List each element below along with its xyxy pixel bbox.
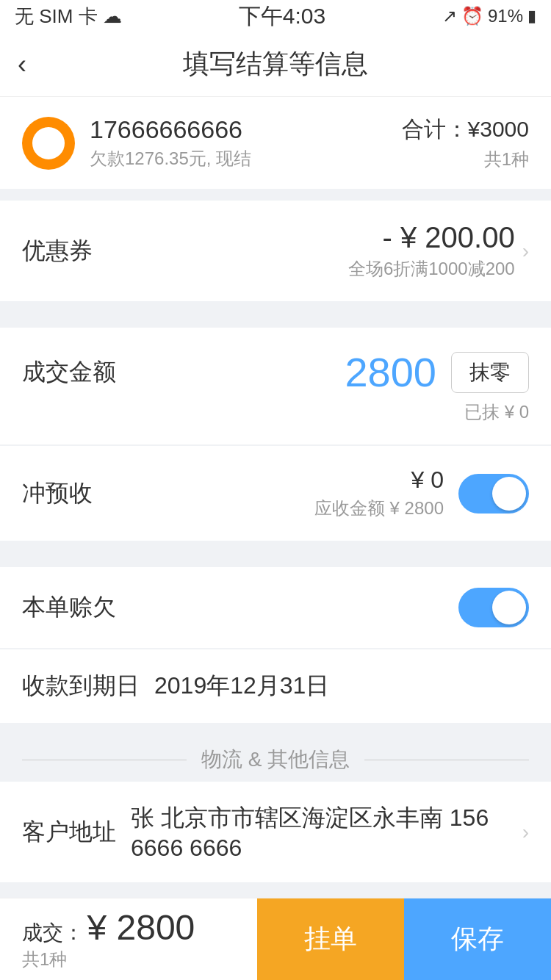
address-chevron-icon: › <box>522 821 529 844</box>
logistics-divider: 物流 & 其他信息 <box>0 738 551 782</box>
coupon-label: 优惠券 <box>22 235 93 267</box>
save-button-label: 保存 <box>451 921 504 957</box>
address-label: 客户地址 <box>22 816 116 849</box>
total-amount: ¥3000 <box>468 117 529 141</box>
logistics-line-right <box>364 760 529 760</box>
transaction-sub: 已抹 ¥ 0 <box>22 400 529 424</box>
customer-count: 共1种 <box>402 148 529 171</box>
avatar <box>22 117 75 170</box>
customer-total: 合计：¥3000 <box>402 115 529 145</box>
back-button[interactable]: ‹ <box>18 49 26 80</box>
address-value: 张 北京市市辖区海淀区永丰南 156 6666 6666 <box>131 802 522 862</box>
duedate-section: 收款到期日 2019年12月31日 <box>0 649 551 723</box>
customer-phone: 17666666666 <box>90 115 251 144</box>
save-button[interactable]: 保存 <box>404 898 551 981</box>
prepay-toggle[interactable] <box>458 474 529 514</box>
total-label: 合计： <box>402 117 468 141</box>
credit-toggle[interactable] <box>458 588 529 627</box>
credit-section: 本单赊欠 <box>0 567 551 648</box>
credit-toggle-circle <box>492 591 526 624</box>
section-divider-2 <box>0 541 551 555</box>
bottom-count: 共1种 <box>22 948 235 971</box>
bottom-summary-row: 成交： ¥ 2800 <box>22 907 235 948</box>
alarm-icon: ⏰ <box>461 6 483 26</box>
hang-button-label: 挂单 <box>304 921 357 957</box>
coupon-right: - ¥ 200.00 全场6折满1000减200 › <box>348 221 529 281</box>
location-icon: ↗ <box>442 6 457 26</box>
duedate-label: 收款到期日 <box>22 670 140 702</box>
credit-label: 本单赊欠 <box>22 591 116 624</box>
logistics-line: 物流 & 其他信息 <box>0 746 551 774</box>
status-right: ↗ ⏰ 91% ▮ <box>442 6 536 26</box>
customer-right: 合计：¥3000 共1种 <box>402 115 529 171</box>
duedate-value: 2019年12月31日 <box>154 670 329 702</box>
address-section[interactable]: 客户地址 张 北京市市辖区海淀区永丰南 156 6666 6666 › <box>0 782 551 882</box>
round-button[interactable]: 抹零 <box>451 352 529 393</box>
coupon-row[interactable]: 优惠券 - ¥ 200.00 全场6折满1000减200 › <box>0 201 551 301</box>
prepay-label: 冲预收 <box>22 478 93 510</box>
battery-text: 91% <box>488 6 523 26</box>
nav-bar: ‹ 填写结算等信息 <box>0 32 551 97</box>
transaction-right: 2800 抹零 <box>345 348 529 396</box>
status-bar: 无 SIM 卡 ☁ 下午4:03 ↗ ⏰ 91% ▮ <box>0 0 551 32</box>
transaction-row: 成交金额 2800 抹零 <box>22 348 529 396</box>
customer-card: 17666666666 欠款1276.35元, 现结 合计：¥3000 共1种 <box>0 97 551 189</box>
battery-icon: ▮ <box>527 7 536 26</box>
bottom-summary: 成交： ¥ 2800 共1种 <box>0 907 257 971</box>
customer-info: 17666666666 欠款1276.35元, 现结 <box>90 115 251 170</box>
content: 17666666666 欠款1276.35元, 现结 合计：¥3000 共1种 … <box>0 97 551 980</box>
avatar-icon <box>32 127 65 159</box>
section-divider-1 <box>0 313 551 328</box>
transaction-amount: 2800 <box>345 348 436 396</box>
page-title: 填写结算等信息 <box>183 46 368 82</box>
coupon-chevron-icon: › <box>522 239 529 263</box>
prepay-sub: 应收金额 ¥ 2800 <box>314 497 444 520</box>
prepay-amount: ¥ 0 <box>314 466 444 494</box>
toggle-circle <box>492 477 526 511</box>
logistics-line-left <box>22 760 187 760</box>
coupon-amount: - ¥ 200.00 <box>348 221 515 254</box>
prepay-row: 冲预收 ¥ 0 应收金额 ¥ 2800 <box>22 466 529 520</box>
coupon-info: - ¥ 200.00 全场6折满1000减200 <box>348 221 515 281</box>
status-time: 下午4:03 <box>239 1 325 32</box>
coupon-detail: 全场6折满1000减200 <box>348 257 515 281</box>
prepay-amount-col: ¥ 0 应收金额 ¥ 2800 <box>314 466 444 520</box>
customer-left: 17666666666 欠款1276.35元, 现结 <box>22 115 251 170</box>
bottom-summary-label: 成交： <box>22 921 84 944</box>
logistics-text: 物流 & 其他信息 <box>201 746 350 774</box>
transaction-section: 成交金额 2800 抹零 已抹 ¥ 0 <box>0 328 551 444</box>
prepay-section: 冲预收 ¥ 0 应收金额 ¥ 2800 <box>0 446 551 541</box>
status-left: 无 SIM 卡 ☁ <box>15 4 122 29</box>
bottom-bar: 成交： ¥ 2800 共1种 挂单 保存 <box>0 898 551 980</box>
prepay-right: ¥ 0 应收金额 ¥ 2800 <box>314 466 529 520</box>
customer-debt: 欠款1276.35元, 现结 <box>90 147 251 170</box>
transaction-label: 成交金额 <box>22 356 116 389</box>
hang-button[interactable]: 挂单 <box>257 898 404 981</box>
bottom-summary-amount: ¥ 2800 <box>87 908 195 947</box>
